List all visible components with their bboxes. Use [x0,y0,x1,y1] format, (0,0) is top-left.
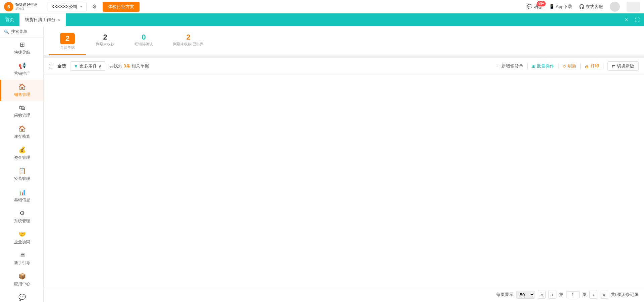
sidebar-item-finance[interactable]: 💰 资金管理 [0,143,43,164]
last-page-button[interactable]: » [600,291,608,299]
logo-icon-text: 6 [7,4,10,9]
trial-button[interactable]: 体验行业方案 [103,2,140,12]
sidebar-item-wechat[interactable]: 💬 企业微信 [0,290,43,302]
tab-bar-actions: ✕ ⛶ [623,16,644,24]
sidebar-item-system[interactable]: ⚙ 系统管理 [0,206,43,227]
sidebar-item-app-center[interactable]: 📦 应用中心 [0,269,43,290]
sidebar-item-sales[interactable]: 🏠 销售管理 [0,80,43,101]
chevron-down-icon: ▼ [79,5,83,8]
stat-tab-wangpu[interactable]: 0 旺铺待确认 [124,30,163,55]
message-button[interactable]: 💬 消息 99+ [527,4,542,10]
inventory-icon: 🏠 [18,125,26,132]
refresh-button[interactable]: ↺ 刷新 [562,63,576,69]
tab-home-label: 首页 [5,17,14,23]
company-selector[interactable]: XXXXXX公司 ▼ [48,2,87,11]
tab-qianhuoriqing-label: 钱货日清工作台 [25,17,55,23]
quick-nav-icon: ⊞ [20,41,25,48]
stat-label-wangpu: 旺铺待确认 [135,42,153,47]
filter-button[interactable]: ▼ 更多条件 ∨ [70,61,105,71]
wechat-icon: 💬 [18,294,26,301]
sidebar-item-beginner[interactable]: 🖥 新手引导 [0,248,43,269]
found-text-prefix: 共找到 [109,63,122,68]
top-header: 6 畅捷通好生意 标准版 XXXXXX公司 ▼ ⚙ 体验行业方案 💬 消息 99… [0,0,644,13]
filter-label: 更多条件 [79,63,97,69]
logo-text-area: 畅捷通好生意 标准版 [15,2,38,11]
toolbar: 全选 ▼ 更多条件 ∨ 共找到 0条 相关单据 + 新增销货单 ⊞ 批量操作 [44,58,644,74]
operations-icon: 📋 [18,167,26,175]
app-download-button[interactable]: 📱 App下载 [549,4,572,10]
sidebar-item-label: 新手引导 [14,260,30,266]
switch-icon: ⇄ [612,64,615,69]
switch-version-button[interactable]: ⇄ 切换新版 [607,61,639,71]
stat-number-overdue: 2 [103,33,107,42]
page-label: 第 [559,292,564,298]
stat-label-overdue: 到期未收款 [96,42,114,47]
tab-home[interactable]: 首页 [0,13,19,26]
divider [558,63,558,69]
sidebar-item-operations[interactable]: 📋 经营管理 [0,164,43,185]
stat-tab-overdue[interactable]: 2 到期未收款 [86,30,124,55]
online-service-button[interactable]: 🎧 在线客服 [579,4,603,10]
prev-page-button[interactable]: ‹ [548,291,556,299]
stat-tab-all[interactable]: 2 全部单据 [49,30,86,55]
print-button[interactable]: 🖨 打印 [585,63,599,69]
sales-icon: 🏠 [18,83,26,90]
tab-collapse-icon[interactable]: ✕ [623,16,631,24]
content-area: 2 全部单据 2 到期未收款 0 旺铺待确认 2 到期未收款 已出库 全选 ▼ … [44,26,644,302]
avatar[interactable] [610,2,620,12]
sidebar-item-label: 快捷导航 [14,50,30,55]
tab-expand-icon[interactable]: ⛶ [633,16,641,24]
search-icon: 🔍 [4,29,9,34]
divider [603,63,603,69]
sidebar-item-enterprise[interactable]: 🤝 企业协同 [0,227,43,248]
first-page-button[interactable]: « [538,291,546,299]
select-all-checkbox[interactable] [49,64,53,68]
sidebar-item-purchase[interactable]: 🛍 采购管理 [0,101,43,122]
settings-icon[interactable]: ⚙ [89,2,99,12]
online-service-label: 在线客服 [586,4,603,10]
tab-close-icon[interactable]: ✕ [57,18,60,22]
sidebar-item-label: 经营管理 [14,176,30,182]
sidebar-item-basic-info[interactable]: 📊 基础信息 [0,185,43,206]
sidebar-item-quick-nav[interactable]: ⊞ 快捷导航 [0,38,43,59]
page-input[interactable] [566,291,580,298]
sidebar-item-label: 基础信息 [14,197,30,203]
divider [527,63,528,69]
stat-number-wangpu: 0 [142,33,146,42]
per-page-select[interactable]: 50 10 20 100 [516,291,535,299]
next-page-button[interactable]: › [589,291,597,299]
stat-tab-shipped[interactable]: 2 到期未收款 已出库 [163,30,214,55]
sidebar-item-inventory[interactable]: 🏠 库存核算 [0,122,43,143]
sidebar-item-label: 应用中心 [14,281,30,287]
add-sale-button[interactable]: + 新增销货单 [498,63,523,69]
refresh-label: 刷新 [568,63,576,69]
print-icon: 🖨 [585,64,589,69]
purchase-icon: 🛍 [19,104,25,111]
logo-icon: 6 [4,2,13,11]
basic-info-icon: 📊 [18,188,26,196]
search-menu-button[interactable]: 🔍 搜索菜单 [0,26,43,38]
stats-tabs: 2 全部单据 2 到期未收款 0 旺铺待确认 2 到期未收款 已出库 [44,26,644,55]
batch-operation-button[interactable]: ⊞ 批量操作 [532,63,554,69]
stat-label-shipped: 到期未收款 已出库 [173,42,204,47]
service-icon: 🎧 [579,4,584,9]
filter-chevron-icon: ∨ [98,64,102,69]
toolbar-right: + 新增销货单 ⊞ 批量操作 ↺ 刷新 🖨 打印 [498,61,639,71]
pagination: 每页显示 50 10 20 100 « ‹ 第 页 › » 共0页,0条记录 [44,287,644,302]
sidebar-item-label: 销售管理 [14,92,30,98]
tab-bar: 首页 钱货日清工作台 ✕ ✕ ⛶ [0,13,644,26]
sidebar-item-label: 库存核算 [14,134,30,139]
sidebar-item-label: 资金管理 [14,155,30,161]
sidebar-item-marketing[interactable]: 📢 营销推广 [0,59,43,80]
filter-icon: ▼ [74,64,78,69]
total-label: 共0页,0条记录 [611,292,639,298]
message-icon: 💬 [527,4,532,9]
finance-icon: 💰 [18,146,26,154]
found-text-suffix: 相关单据 [131,63,149,68]
found-text: 共找到 0条 相关单据 [109,63,149,69]
user-menu[interactable] [627,2,640,12]
page-suffix: 页 [582,292,587,298]
sidebar: 🔍 搜索菜单 ⊞ 快捷导航 📢 营销推广 🏠 销售管理 🛍 采购管理 🏠 库存核… [0,26,44,302]
tab-qianhuoriqing[interactable]: 钱货日清工作台 ✕ [19,13,66,26]
stat-number-all: 2 [60,33,75,44]
